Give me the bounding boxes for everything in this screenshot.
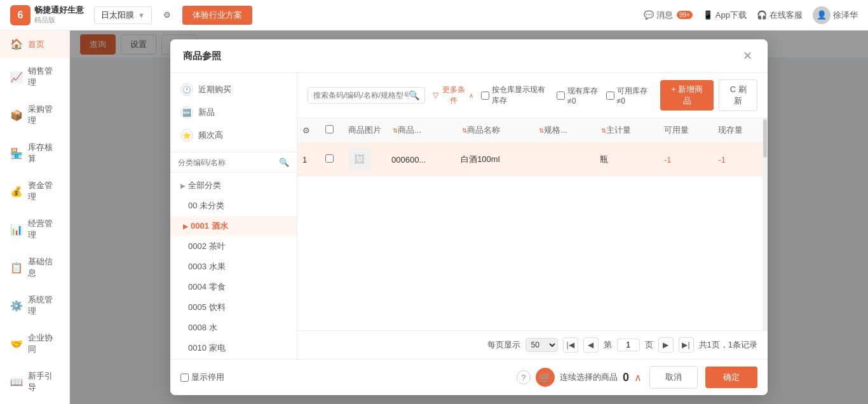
per-page-select[interactable]: 50 10 20 100 (526, 338, 558, 352)
tree-item-all[interactable]: ▶ 全部分类 (170, 175, 297, 196)
modal-nav-recent[interactable]: 🕐 近期购买 (170, 78, 297, 101)
enterprise-icon: 🤝 (10, 338, 23, 350)
cancel-button[interactable]: 取消 (649, 366, 698, 389)
modal-nav-new[interactable]: 🆕 新品 (170, 101, 297, 124)
tree-item-liquor[interactable]: ▶ 0001 酒水 (170, 216, 297, 236)
refresh-button[interactable]: C 刷新 (719, 79, 757, 111)
sidebar-item-guide[interactable]: 📖 新手引导 (0, 363, 69, 401)
last-page-button[interactable]: ▶| (679, 337, 694, 353)
scroll-thumb (763, 119, 767, 158)
avatar: 👤 (813, 6, 831, 24)
tree-item-tea[interactable]: 0002 茶叶 (170, 236, 297, 257)
messages-item[interactable]: 💬 消息 99+ (644, 10, 693, 21)
page-input[interactable] (617, 339, 640, 351)
sidebar-item-inventory[interactable]: 🏪 库存核算 (0, 134, 69, 172)
tree-arrow-all: ▶ (180, 182, 186, 189)
category-search-input[interactable] (178, 158, 276, 167)
experience-button[interactable]: 体验行业方案 (182, 6, 252, 25)
product-search-box: 🔍 (308, 87, 425, 104)
modal-nav-frequent[interactable]: ⭐ 频次高 (170, 124, 297, 147)
th-stock: 现存量 (713, 118, 768, 143)
confirm-button[interactable]: 确定 (705, 367, 757, 388)
frequent-icon: ⭐ (180, 129, 193, 142)
modal-nav: 🕐 近期购买 🆕 新品 ⭐ 频次高 (170, 73, 297, 152)
mobile-icon: 📱 (703, 10, 713, 20)
th-available: 可用量 (659, 118, 713, 143)
user-item[interactable]: 👤 徐泽华 (813, 6, 858, 24)
sidebar-item-system[interactable]: ⚙️ 系统管理 (0, 286, 69, 325)
checkbox-warehouse-stock[interactable]: 按仓库显示现有库存 (481, 84, 552, 106)
category-search-area: 🔍 (170, 152, 297, 173)
th-checkbox[interactable] (320, 118, 343, 143)
add-product-button[interactable]: + 新增商品 (660, 80, 714, 111)
page-suffix: 页 (645, 339, 653, 351)
tree-item-water[interactable]: 0008 水 (170, 318, 297, 338)
sidebar-item-sales[interactable]: 📈 销售管理 (0, 58, 69, 96)
app-download-item[interactable]: 📱 App下载 (703, 10, 747, 21)
gear-icon[interactable]: ⚙ (157, 5, 177, 25)
th-image: 商品图片 (343, 118, 386, 143)
operation-icon: 📊 (10, 224, 23, 236)
th-name[interactable]: ⇅商品名称 (456, 118, 532, 143)
modal-right-panel: 🔍 ▽ 更多条件 ∧ 按仓库显示现有库存 (297, 73, 768, 359)
warehouse-stock-checkbox[interactable] (481, 91, 489, 100)
filter-icon: ▽ (433, 91, 438, 100)
sidebar-item-finance[interactable]: 💰 资金管理 (0, 172, 69, 210)
cart-icon[interactable]: 🛒 (536, 368, 555, 387)
tree-item-fruit[interactable]: 0003 水果 (170, 257, 297, 277)
modal-left-panel: 🕐 近期购买 🆕 新品 ⭐ 频次高 (170, 73, 297, 359)
filter-button[interactable]: ▽ 更多条件 ∧ (430, 82, 476, 109)
modal-header: 商品参照 ✕ (170, 39, 768, 73)
tree-item-uncategorized[interactable]: 00 未分类 (170, 196, 297, 216)
product-table-area: ⚙ 商品图片 ⇅商品... (297, 118, 768, 330)
tree-item-beverage[interactable]: 0005 饮料 (170, 297, 297, 318)
sidebar-item-operation[interactable]: 📊 经营管理 (0, 210, 69, 248)
row-checkbox[interactable] (325, 154, 334, 163)
disabled-checkbox[interactable] (180, 374, 189, 382)
pagination-summary: 共1页，1条记录 (699, 339, 757, 351)
select-all-checkbox[interactable] (325, 125, 334, 133)
dropdown-button[interactable]: 日太阳膜 ▼ (94, 6, 152, 24)
first-page-button[interactable]: |◀ (563, 337, 578, 353)
scrollbar[interactable] (763, 118, 768, 330)
checkbox-available-stock[interactable]: 可用库存≠0 (606, 86, 651, 105)
td-name: 白酒100ml (456, 143, 532, 177)
table-row[interactable]: 1 🖼 000600... 白酒100ml (297, 143, 768, 177)
th-spec[interactable]: ⇅规格... (532, 118, 595, 143)
guide-icon: 📖 (10, 376, 23, 388)
td-image: 🖼 (343, 143, 386, 177)
online-service-item[interactable]: 🎧 在线客服 (757, 10, 803, 21)
checkbox-current-stock[interactable]: 现有库存≠0 (557, 86, 601, 105)
th-code[interactable]: ⇅商品... (386, 118, 456, 143)
sidebar-item-home[interactable]: 🏠 首页 (0, 30, 69, 58)
tree-item-snack[interactable]: 0004 零食 (170, 277, 297, 297)
th-unit[interactable]: ⇅主计量 (595, 118, 659, 143)
td-checkbox[interactable] (320, 143, 343, 177)
sidebar-item-apps[interactable]: 📱 应用中心 (0, 401, 69, 404)
category-search-icon[interactable]: 🔍 (279, 158, 289, 167)
chevron-down-icon: ▼ (138, 11, 145, 19)
message-icon: 💬 (644, 10, 654, 20)
current-stock-checkbox[interactable] (557, 91, 565, 100)
available-stock-checkbox[interactable] (606, 91, 614, 100)
per-page-label: 每页显示 (487, 339, 520, 351)
prev-page-button[interactable]: ◀ (583, 337, 599, 353)
headset-icon: 🎧 (757, 10, 767, 20)
modal-close-button[interactable]: ✕ (740, 48, 755, 64)
show-disabled-checkbox[interactable]: 显示停用 (180, 372, 224, 383)
cart-count: 0 (623, 371, 629, 384)
cart-collapse-icon[interactable]: ∧ (634, 372, 642, 384)
tree-item-appliance[interactable]: 0010 家电 (170, 338, 297, 358)
sidebar-item-enterprise[interactable]: 🤝 企业协同 (0, 325, 69, 363)
logo-text: 畅捷通好生意 (34, 5, 84, 15)
sort-name-icon: ⇅ (462, 127, 467, 134)
sidebar: 🏠 首页 📈 销售管理 📦 采购管理 🏪 库存核算 💰 资金管理 📊 经营管理 … (0, 30, 70, 404)
sidebar-item-basic[interactable]: 📋 基础信息 (0, 248, 69, 286)
th-settings[interactable]: ⚙ (297, 118, 320, 143)
td-stock: -1 (713, 143, 768, 177)
next-page-button[interactable]: ▶ (658, 337, 674, 353)
sidebar-item-purchase[interactable]: 📦 采购管理 (0, 96, 69, 134)
product-search-input[interactable] (313, 91, 409, 100)
help-icon[interactable]: ? (517, 370, 531, 384)
product-search-icon[interactable]: 🔍 (409, 90, 419, 100)
